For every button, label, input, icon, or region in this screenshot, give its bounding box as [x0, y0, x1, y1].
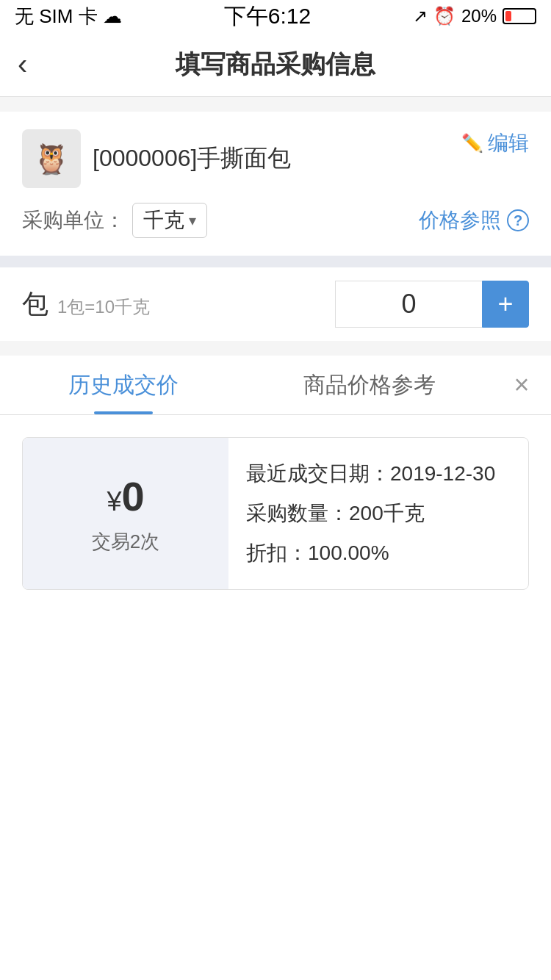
status-bar: 无 SIM 卡 ☁ 下午6:12 ↗ ⏰ 20%	[0, 0, 551, 32]
quantity-label-group: 包 1包=10千克	[22, 287, 150, 323]
product-left: 🦉 [0000006]手撕面包	[22, 129, 291, 188]
alarm-icon: ⏰	[433, 6, 455, 26]
quantity-input-group: 0 +	[335, 281, 529, 328]
quantity-input[interactable]: 0	[335, 281, 482, 328]
history-card-right: 最近成交日期：2019-12-30 采购数量：200千克 折扣：100.00%	[228, 438, 528, 589]
history-card: ¥0 交易2次 最近成交日期：2019-12-30 采购数量：200千克 折扣：…	[22, 437, 529, 590]
edit-label: 编辑	[488, 129, 529, 157]
product-image-icon: 🦉	[33, 142, 70, 176]
qty-label: 采购数量：	[246, 502, 349, 525]
status-time: 下午6:12	[224, 1, 311, 32]
unit-selector-group: 采购单位： 千克 ▾	[22, 203, 207, 238]
quantity-section: 包 1包=10千克 0 +	[0, 267, 551, 341]
trade-count: 交易2次	[92, 529, 159, 555]
quantity-plus-button[interactable]: +	[482, 281, 529, 328]
page-title: 填写商品采购信息	[176, 48, 375, 82]
unit-select-dropdown[interactable]: 千克 ▾	[132, 203, 207, 238]
qty-row: 采购数量：200千克	[246, 500, 511, 527]
product-name: [0000006]手撕面包	[93, 143, 291, 175]
price-ref-info-icon: ?	[507, 209, 529, 231]
unit-value: 千克	[143, 206, 184, 234]
recent-date-value: 2019-12-30	[390, 462, 495, 485]
location-icon: ↗	[413, 6, 428, 26]
edit-icon: ✏️	[461, 133, 483, 154]
unit-label: 采购单位：	[22, 206, 125, 234]
status-left: 无 SIM 卡 ☁	[15, 4, 122, 29]
product-header: 🦉 [0000006]手撕面包 ✏️ 编辑	[22, 129, 529, 188]
tab-content-history: ¥0 交易2次 最近成交日期：2019-12-30 采购数量：200千克 折扣：…	[0, 415, 551, 612]
battery-icon	[503, 8, 536, 24]
qty-value: 200千克	[349, 502, 425, 525]
tab-history-price-label: 历史成交价	[68, 370, 179, 400]
product-unit-row: 采购单位： 千克 ▾ 价格参照 ?	[22, 203, 529, 238]
currency-symbol: ¥	[107, 486, 121, 516]
price-value: 0	[121, 473, 144, 519]
quantity-unit: 包	[22, 287, 48, 323]
recent-date-label: 最近成交日期：	[246, 462, 390, 485]
price-ref-label: 价格参照	[419, 206, 501, 234]
quantity-conversion: 1包=10千克	[57, 295, 150, 319]
battery-percent: 20%	[461, 6, 497, 26]
tab-price-reference[interactable]: 商品价格参考	[246, 356, 492, 414]
tab-close-button[interactable]: ×	[492, 356, 551, 414]
tab-active-underline	[94, 411, 153, 414]
history-price: ¥0	[107, 472, 144, 520]
dropdown-arrow-icon: ▾	[189, 212, 196, 229]
status-right: ↗ ⏰ 20%	[413, 6, 536, 26]
product-section: 🦉 [0000006]手撕面包 ✏️ 编辑 采购单位： 千克 ▾ 价格参照 ?	[0, 112, 551, 256]
discount-value: 100.00%	[308, 541, 389, 564]
tab-price-reference-label: 商品价格参考	[303, 370, 436, 400]
tabs-header: 历史成交价 商品价格参考 ×	[0, 356, 551, 415]
recent-date-row: 最近成交日期：2019-12-30	[246, 460, 511, 488]
tab-history-price[interactable]: 历史成交价	[0, 356, 246, 414]
sim-label: 无 SIM 卡 ☁	[15, 4, 122, 29]
product-thumbnail: 🦉	[22, 129, 81, 188]
price-reference-button[interactable]: 价格参照 ?	[419, 206, 529, 234]
main-content-area	[0, 612, 551, 980]
discount-label: 折扣：	[246, 541, 308, 564]
edit-button[interactable]: ✏️ 编辑	[461, 129, 529, 157]
discount-row: 折扣：100.00%	[246, 539, 511, 567]
back-button[interactable]: ‹	[18, 48, 27, 81]
tabs-section: 历史成交价 商品价格参考 × ¥0 交易2次 最近成交日期：2019-12-30…	[0, 356, 551, 612]
history-card-left: ¥0 交易2次	[23, 438, 228, 589]
section-divider	[0, 256, 551, 267]
quantity-value: 0	[401, 289, 416, 320]
nav-bar: ‹ 填写商品采购信息	[0, 32, 551, 97]
